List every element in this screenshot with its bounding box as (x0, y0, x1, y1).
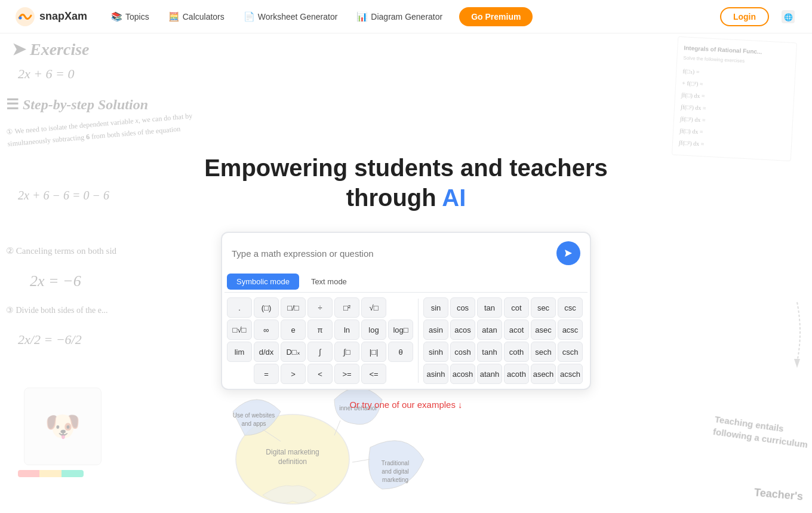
search-top (222, 233, 590, 274)
kb-tanh[interactable]: tanh (477, 342, 502, 362)
tab-symbolic[interactable]: Symbolic mode (227, 274, 299, 290)
kb-acsch[interactable]: acsch (558, 364, 583, 384)
kb-atan[interactable]: atan (477, 320, 502, 340)
logo-icon (14, 6, 36, 27)
math-keyboard: . (□) □/□ ÷ □² √□ □√□ ∞ e π ln log log□ … (222, 293, 590, 389)
kb-abs[interactable]: (□) (254, 297, 279, 318)
kb-acoth[interactable]: acoth (504, 364, 529, 384)
kb-ln[interactable]: ln (334, 320, 359, 340)
kb-lt[interactable]: < (307, 364, 333, 384)
svg-text:Traditional: Traditional (382, 460, 409, 466)
kb-diffn[interactable]: D□ₓ (281, 342, 306, 362)
kb-lim[interactable]: lim (227, 342, 252, 362)
kb-eq[interactable]: = (254, 364, 279, 384)
svg-line-16 (352, 459, 370, 462)
worksheet-bars (18, 470, 84, 477)
translate-button[interactable]: 🌐 (779, 7, 798, 26)
or-try[interactable]: Or try one of our examples ↓ (349, 400, 462, 410)
kb-asin[interactable]: asin (423, 320, 448, 340)
kb-acosh[interactable]: acosh (450, 364, 475, 384)
svg-text:and apps: and apps (241, 420, 266, 427)
search-container: Symbolic mode Text mode . (□) □/□ ÷ □² √… (221, 232, 591, 390)
kb-int[interactable]: ∫ (307, 342, 333, 362)
svg-text:definition: definition (278, 457, 307, 466)
svg-text:marketing: marketing (382, 477, 408, 483)
kb-cosh[interactable]: cosh (450, 342, 475, 362)
search-input[interactable] (232, 248, 550, 259)
login-button[interactable]: Login (720, 7, 769, 26)
logo[interactable]: snapXam (14, 6, 87, 27)
kb-tan[interactable]: tan (477, 297, 502, 318)
kb-asec[interactable]: asec (531, 320, 556, 340)
teaching-text: Teaching entails following a curriculum (712, 413, 810, 451)
kb-asinh[interactable]: asinh (423, 364, 448, 384)
nav-calculators[interactable]: 🧮 Calculators (161, 8, 232, 26)
kb-acos[interactable]: acos (450, 320, 475, 340)
kb-sqrt[interactable]: √□ (361, 297, 386, 318)
kb-sq[interactable]: □² (334, 297, 359, 318)
kb-sin[interactable]: sin (423, 297, 448, 318)
kb-gte[interactable]: >= (334, 364, 359, 384)
keyboard-divider (418, 299, 419, 383)
kb-coth[interactable]: coth (504, 342, 529, 362)
kb-log[interactable]: log (361, 320, 386, 340)
kb-gt[interactable]: > (281, 364, 306, 384)
kb-csc[interactable]: csc (558, 297, 583, 318)
kb-asech[interactable]: asech (531, 364, 556, 384)
kb-acot[interactable]: acot (504, 320, 529, 340)
kb-sinh[interactable]: sinh (423, 342, 448, 362)
kb-nthroot[interactable]: □√□ (227, 320, 252, 340)
svg-point-1 (19, 16, 22, 19)
svg-text:🌐: 🌐 (784, 13, 793, 21)
kb-acsc[interactable]: acsc (558, 320, 583, 340)
kb-cos[interactable]: cos (450, 297, 475, 318)
hero-content: Empowering students and teachers through… (0, 33, 812, 410)
mode-tabs: Symbolic mode Text mode (224, 274, 588, 293)
tab-text[interactable]: Text mode (302, 274, 356, 290)
kb-ddx[interactable]: d/dx (254, 342, 279, 362)
teachers-text: Teacher's (753, 486, 804, 503)
kb-dot[interactable]: . (227, 297, 252, 318)
navbar: snapXam 📚 Topics 🧮 Calculators 📄 Workshe… (0, 0, 812, 33)
logo-text: snapXam (39, 10, 87, 23)
calculators-icon: 🧮 (168, 11, 180, 22)
kb-pi[interactable]: π (307, 320, 333, 340)
kb-theta[interactable]: θ (388, 342, 413, 362)
premium-button[interactable]: Go Premium (459, 7, 533, 26)
kb-inf[interactable]: ∞ (254, 320, 279, 340)
svg-text:Use of websites: Use of websites (233, 412, 275, 419)
hero-title: Empowering students and teachers through… (204, 153, 608, 213)
kb-norm[interactable]: |□| (361, 342, 386, 362)
worksheet-icon: 📄 (244, 11, 255, 22)
send-icon (564, 248, 573, 258)
diagram-icon: 📊 (356, 11, 368, 22)
topics-icon: 📚 (111, 11, 122, 22)
kb-logb[interactable]: log□ (388, 320, 413, 340)
keyboard-trig: sin cos tan cot sec csc asin acos atan a… (421, 295, 585, 386)
svg-text:Digital marketing: Digital marketing (266, 448, 319, 456)
svg-text:and digital: and digital (382, 468, 409, 475)
nav-diagram[interactable]: 📊 Diagram Generator (349, 8, 450, 26)
kb-cot[interactable]: cot (504, 297, 529, 318)
nav-worksheet[interactable]: 📄 Worksheet Generator (236, 8, 345, 26)
keyboard-main: . (□) □/□ ÷ □² √□ □√□ ∞ e π ln log log□ … (224, 295, 416, 386)
kb-div[interactable]: ÷ (307, 297, 333, 318)
kb-intb[interactable]: ∫□ (334, 342, 359, 362)
kb-sech[interactable]: sech (531, 342, 556, 362)
kb-csch[interactable]: csch (558, 342, 583, 362)
send-button[interactable] (556, 241, 580, 265)
kb-lte[interactable]: <= (361, 364, 386, 384)
nav-topics[interactable]: 📚 Topics (104, 8, 156, 26)
kb-frac[interactable]: □/□ (281, 297, 306, 318)
kb-sec[interactable]: sec (531, 297, 556, 318)
kb-e[interactable]: e (281, 320, 306, 340)
kb-atanh[interactable]: atanh (477, 364, 502, 384)
